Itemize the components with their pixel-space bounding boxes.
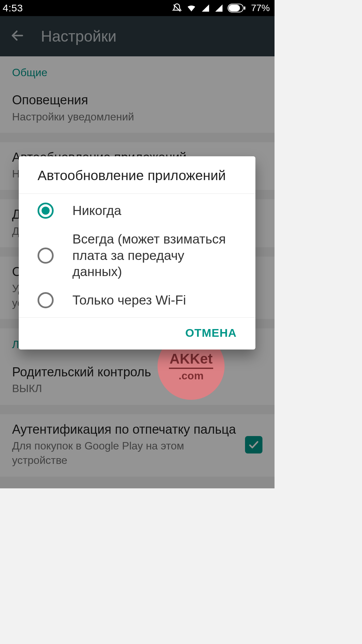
auto-update-dialog: Автообновление приложений Никогда Всегда… <box>19 156 255 350</box>
option-wifi-only[interactable]: Только через Wi-Fi <box>19 286 255 315</box>
option-never[interactable]: Никогда <box>19 197 255 225</box>
radio-unselected-icon <box>38 248 54 264</box>
option-label: Никогда <box>72 203 121 219</box>
cancel-button[interactable]: ОТМЕНА <box>185 326 237 339</box>
status-indicators: 77% <box>172 3 270 13</box>
battery-percent: 77% <box>251 3 270 13</box>
option-label: Только через Wi-Fi <box>72 292 186 309</box>
watermark-text-bottom: .com <box>179 370 204 382</box>
svg-rect-1 <box>229 5 240 11</box>
option-label: Всегда (может взиматься плата за передач… <box>72 231 237 280</box>
watermark-text-top: AKKet <box>169 351 213 369</box>
dialog-actions: ОТМЕНА <box>19 318 255 350</box>
do-not-disturb-icon <box>172 3 182 13</box>
battery-icon <box>228 4 246 12</box>
signal-icon-2 <box>214 4 224 12</box>
option-always[interactable]: Всегда (может взиматься плата за передач… <box>19 225 255 286</box>
wifi-icon <box>186 3 197 13</box>
radio-unselected-icon <box>38 292 54 308</box>
status-clock: 4:53 <box>3 2 23 14</box>
status-bar: 4:53 77% <box>0 0 275 16</box>
svg-rect-2 <box>244 6 245 10</box>
radio-group: Никогда Всегда (может взиматься плата за… <box>19 194 255 318</box>
dialog-title: Автообновление приложений <box>19 156 255 194</box>
radio-selected-icon <box>38 203 54 219</box>
signal-icon <box>201 4 210 12</box>
